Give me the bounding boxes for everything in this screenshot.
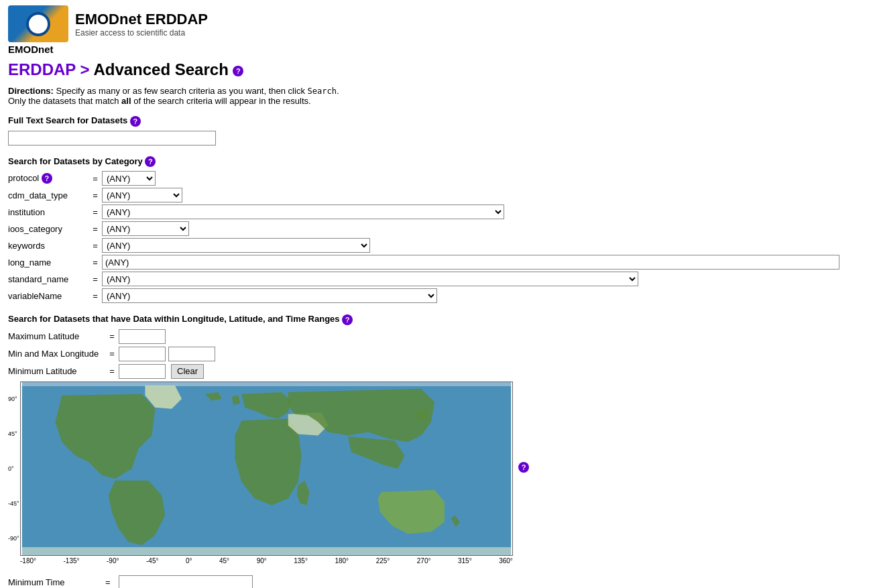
protocol-select[interactable]: (ANY) xyxy=(102,171,156,186)
standard-name-label: standard_name xyxy=(8,274,89,284)
variable-name-row: variableName = (ANY) xyxy=(8,288,867,303)
map-container: 90° 45° 0° -45° -90° xyxy=(8,381,514,565)
max-longitude-input[interactable] xyxy=(168,347,215,361)
protocol-help-icon[interactable]: ? xyxy=(42,173,52,184)
directions-prefix: Directions: xyxy=(8,86,54,96)
protocol-row: protocol ? = (ANY) xyxy=(8,171,867,186)
cdm-data-type-row: cdm_data_type = (ANY) xyxy=(8,188,867,202)
category-help-icon[interactable]: ? xyxy=(145,156,156,167)
min-time-input[interactable] xyxy=(119,575,253,588)
advanced-search-help-icon[interactable]: ? xyxy=(233,66,243,76)
svg-rect-1 xyxy=(22,547,511,555)
institution-select[interactable]: (ANY) xyxy=(102,204,504,219)
page-title: ERDDAP > Advanced Search ? xyxy=(8,60,867,79)
world-map[interactable] xyxy=(20,381,513,556)
max-latitude-row: Maximum Latitude = xyxy=(8,329,867,344)
long-name-input[interactable] xyxy=(102,255,839,270)
brand-label: EMODnet xyxy=(8,44,867,55)
max-latitude-label: Maximum Latitude xyxy=(8,331,105,341)
clear-button[interactable]: Clear xyxy=(171,364,204,379)
erddap-breadcrumb[interactable]: ERDDAP xyxy=(8,60,76,78)
min-latitude-row: Minimum Latitude = Clear xyxy=(8,364,867,379)
protocol-label: protocol ? xyxy=(8,173,89,184)
full-text-section: Full Text Search for Datasets ? xyxy=(8,115,867,145)
geo-section: Search for Datasets that have Data withi… xyxy=(8,314,867,565)
map-help-icon[interactable]: ? xyxy=(518,462,529,473)
keywords-label: keywords xyxy=(8,241,89,251)
category-section: Search for Datasets by Category ? protoc… xyxy=(8,156,867,304)
directions-text2: . xyxy=(337,86,339,96)
logo xyxy=(8,5,68,42)
min-latitude-label: Minimum Latitude xyxy=(8,366,105,376)
standard-name-select[interactable]: (ANY) xyxy=(102,272,638,286)
min-max-longitude-label: Min and Max Longitude xyxy=(8,349,105,359)
breadcrumb-separator: > xyxy=(76,60,93,78)
geo-help-icon[interactable]: ? xyxy=(342,314,353,325)
category-label: Search for Datasets by Category ? xyxy=(8,156,867,168)
svg-rect-2 xyxy=(22,382,511,386)
directions-text1: Specify as many or as few search criteri… xyxy=(54,86,308,96)
directions-search-keyword: Search xyxy=(308,86,337,96)
page-name: Advanced Search xyxy=(93,60,228,78)
full-text-input[interactable] xyxy=(8,131,216,145)
geo-label: Search for Datasets that have Data withi… xyxy=(8,314,867,325)
max-latitude-input[interactable] xyxy=(119,329,166,344)
variable-name-select[interactable]: (ANY) xyxy=(102,288,437,303)
cdm-data-type-select[interactable]: (ANY) xyxy=(102,188,182,202)
map-svg xyxy=(21,382,512,555)
directions-text3: of the search criteria will appear in th… xyxy=(131,96,311,106)
full-text-label: Full Text Search for Datasets ? xyxy=(8,115,867,127)
min-max-longitude-row: Min and Max Longitude = xyxy=(8,347,867,361)
ioos-category-label: ioos_category xyxy=(8,224,89,234)
min-latitude-input[interactable] xyxy=(119,364,166,379)
ioos-category-select[interactable]: (ANY) xyxy=(102,221,189,236)
min-time-label: Minimum Time xyxy=(8,577,105,587)
time-section: Minimum Time = Maximum Time = xyxy=(8,575,867,588)
institution-label: institution xyxy=(8,207,89,217)
keywords-select[interactable]: (ANY) xyxy=(102,238,370,253)
logo-text: EMODnet ERDDAP Easier access to scientif… xyxy=(75,11,208,38)
site-subtitle: Easier access to scientific data xyxy=(75,28,208,38)
min-time-row: Minimum Time = xyxy=(8,575,867,588)
long-name-row: long_name = xyxy=(8,255,867,270)
long-name-label: long_name xyxy=(8,257,89,268)
directions-line2: Only the datasets that match xyxy=(8,96,121,106)
standard-name-row: standard_name = (ANY) xyxy=(8,272,867,286)
map-y-labels: 90° 45° 0° -45° -90° xyxy=(8,381,20,556)
ioos-category-row: ioos_category = (ANY) xyxy=(8,221,867,236)
directions-all-keyword: all xyxy=(121,96,131,106)
site-title: EMODnet ERDDAP xyxy=(75,11,208,28)
variable-name-label: variableName xyxy=(8,291,89,301)
min-longitude-input[interactable] xyxy=(119,347,166,361)
header: EMODnet ERDDAP Easier access to scientif… xyxy=(8,5,867,42)
full-text-help-icon[interactable]: ? xyxy=(130,116,141,127)
cdm-data-type-label: cdm_data_type xyxy=(8,190,89,200)
institution-row: institution = (ANY) xyxy=(8,204,867,219)
map-x-labels: -180° -135° -90° -45° 0° 45° 90° 135° 18… xyxy=(20,557,513,565)
directions: Directions: Specify as many or as few se… xyxy=(8,86,867,106)
keywords-row: keywords = (ANY) xyxy=(8,238,867,253)
